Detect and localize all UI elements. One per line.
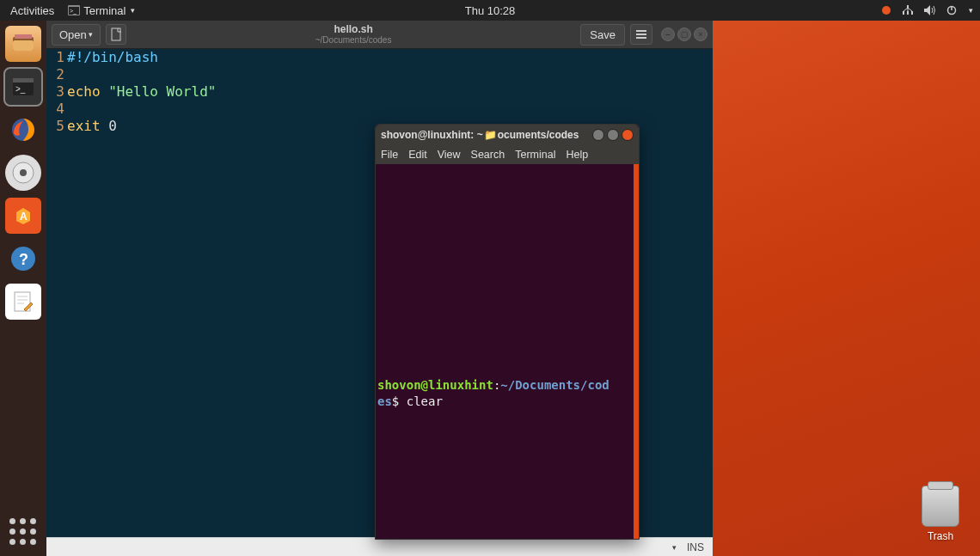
svg-text:>_: >_ [15, 84, 26, 94]
dock-software[interactable]: A [5, 198, 41, 234]
trash-desktop-icon[interactable]: Trash [922, 486, 959, 542]
ubuntu-dock: >_ A ? [0, 21, 46, 556]
dock-gedit[interactable] [5, 284, 41, 320]
svg-point-3 [882, 6, 891, 15]
svg-rect-13 [15, 34, 32, 39]
power-icon[interactable] [946, 5, 957, 15]
notification-icon[interactable] [881, 5, 891, 15]
terminal-close-button[interactable] [622, 129, 634, 141]
svg-rect-27 [112, 28, 120, 40]
window-close-button[interactable]: × [694, 27, 707, 41]
gnome-top-bar: Activities >_ Terminal ▾ Thu 10:28 ▾ [0, 0, 980, 21]
gedit-status-bar: ▾ INS [46, 537, 713, 556]
dock-help[interactable]: ? [5, 241, 41, 277]
terminal-menu-view[interactable]: View [438, 149, 461, 161]
terminal-title-text: shovon@linuxhint: ~📁ocuments/codes [381, 129, 592, 141]
terminal-menu-bar: FileEditViewSearchTerminalHelp [376, 145, 639, 164]
terminal-output: shovon@linuxhint:~/Documents/codes$ clea… [376, 377, 634, 410]
dock-rhythmbox[interactable] [5, 155, 41, 191]
terminal-icon: >_ [68, 5, 80, 15]
line-number-gutter: 12345 [46, 49, 67, 537]
trash-label: Trash [922, 530, 959, 542]
insert-mode-indicator[interactable]: INS [687, 541, 704, 553]
svg-rect-6 [907, 11, 909, 15]
svg-point-19 [20, 169, 27, 176]
svg-text:?: ? [19, 251, 28, 268]
dock-files[interactable] [5, 26, 41, 62]
terminal-menu-edit[interactable]: Edit [408, 149, 427, 161]
show-applications-button[interactable] [6, 515, 40, 549]
hamburger-menu-button[interactable] [630, 24, 652, 45]
trash-icon [922, 486, 959, 527]
terminal-menu-file[interactable]: File [381, 149, 398, 161]
terminal-menu-help[interactable]: Help [566, 149, 588, 161]
terminal-menu-search[interactable]: Search [471, 149, 505, 161]
chevron-down-icon: ▾ [89, 30, 93, 39]
save-button[interactable]: Save [580, 24, 625, 46]
volume-icon[interactable] [924, 5, 936, 15]
gedit-document-title: hello.sh [132, 24, 576, 35]
new-document-button[interactable] [106, 24, 126, 45]
svg-rect-5 [903, 11, 904, 15]
gedit-document-path: ~/Documents/codes [132, 35, 576, 45]
window-minimize-button[interactable]: ‒ [661, 27, 675, 41]
chevron-down-icon: ▾ [131, 6, 135, 15]
dock-terminal[interactable]: >_ [5, 69, 41, 105]
svg-marker-8 [924, 5, 930, 15]
open-button-label: Open [59, 28, 87, 41]
svg-rect-7 [911, 11, 913, 15]
open-button[interactable]: Open ▾ [52, 24, 101, 46]
svg-rect-12 [13, 40, 34, 51]
svg-text:A: A [20, 211, 28, 223]
terminal-minimize-button[interactable] [592, 129, 604, 141]
svg-rect-15 [13, 78, 34, 82]
terminal-window: shovon@linuxhint: ~📁ocuments/codes FileE… [375, 124, 640, 540]
terminal-maximize-button[interactable] [607, 129, 619, 141]
terminal-menu-terminal[interactable]: Terminal [515, 149, 555, 161]
status-dropdown[interactable]: ▾ [672, 543, 677, 552]
dock-firefox[interactable] [5, 112, 41, 148]
network-icon[interactable] [902, 5, 914, 15]
svg-text:>_: >_ [70, 8, 77, 15]
terminal-title-bar[interactable]: shovon@linuxhint: ~📁ocuments/codes [376, 125, 639, 145]
gedit-header-bar: Open ▾ hello.sh ~/Documents/codes Save ‒… [46, 21, 713, 49]
clock[interactable]: Thu 10:28 [465, 4, 516, 17]
system-menu-chevron-icon[interactable]: ▾ [969, 6, 973, 15]
terminal-body[interactable]: shovon@linuxhint:~/Documents/codes$ clea… [376, 164, 639, 539]
app-menu-label: Terminal [83, 4, 126, 17]
terminal-resize-edge[interactable] [634, 164, 639, 539]
activities-button[interactable]: Activities [7, 4, 58, 17]
window-maximize-button[interactable]: ▢ [677, 27, 691, 41]
app-menu[interactable]: >_ Terminal ▾ [64, 4, 138, 17]
folder-icon: 📁 [484, 129, 497, 141]
desktop[interactable]: Open ▾ hello.sh ~/Documents/codes Save ‒… [46, 21, 980, 556]
